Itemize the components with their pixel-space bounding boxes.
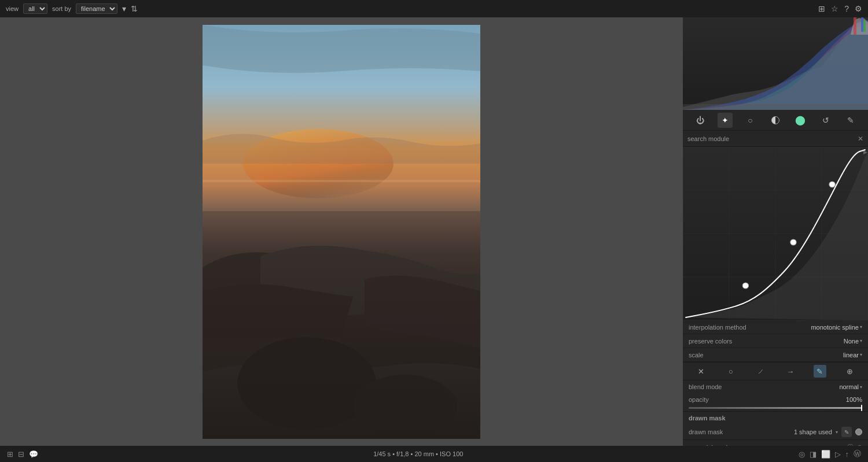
svg-point-3 bbox=[353, 375, 457, 438]
location-icon[interactable]: ◎ bbox=[799, 450, 805, 459]
statusbar-left: ⊞ ⊟ 💬 bbox=[7, 450, 38, 459]
blend-section: blend mode normal ▾ opacity 100% bbox=[683, 380, 868, 411]
preserve-colors-row: preserve colors None ▾ bbox=[683, 334, 868, 348]
half-circle-btn[interactable] bbox=[768, 113, 783, 128]
play-icon[interactable]: ▷ bbox=[835, 450, 841, 459]
mask-arrow-btn[interactable]: → bbox=[784, 365, 797, 378]
mask-more-btn[interactable]: ⊕ bbox=[843, 365, 856, 378]
histogram-area bbox=[683, 17, 868, 110]
layers-icon[interactable]: ⊞ bbox=[7, 450, 13, 459]
center-area bbox=[0, 17, 683, 446]
histogram-svg bbox=[683, 17, 868, 110]
image-container bbox=[203, 25, 480, 439]
power-btn[interactable]: ⏻ bbox=[693, 113, 708, 128]
drawn-mask-value-group: 1 shape used ▾ ✎ bbox=[794, 427, 862, 437]
interpolation-row: interpolation method monotonic spline ▾ bbox=[683, 320, 868, 334]
search-module-input[interactable]: search module bbox=[687, 135, 858, 142]
svg-rect-0 bbox=[203, 25, 480, 439]
tone-curve-svg bbox=[683, 147, 868, 320]
opacity-slider-thumb[interactable] bbox=[861, 405, 862, 411]
brush-btn[interactable]: ✎ bbox=[843, 113, 858, 128]
drawn-mask-row: drawn mask 1 shape used ▾ ✎ bbox=[683, 424, 868, 439]
mask-toolbar: ✕ ○ ⟋ → ✎ ⊕ bbox=[683, 362, 868, 380]
drawn-mask-arrow[interactable]: ▾ bbox=[836, 430, 838, 435]
mask-circle-btn[interactable]: ○ bbox=[724, 365, 737, 378]
settings-icon[interactable]: ⚙ bbox=[855, 4, 862, 13]
preserve-arrow: ▾ bbox=[860, 338, 862, 343]
statusbar-center: 1/45 s • f/1,8 • 20 mm • ISO 100 bbox=[373, 450, 463, 457]
sort-label: sort by bbox=[52, 5, 71, 12]
scroll-up-arrow[interactable]: ▶ bbox=[863, 149, 867, 155]
opacity-label: opacity bbox=[689, 396, 709, 403]
svg-rect-4 bbox=[203, 180, 480, 182]
chat-icon[interactable]: 💬 bbox=[29, 450, 38, 459]
view-label: view bbox=[6, 5, 19, 12]
search-module-row: search module ✕ bbox=[683, 131, 868, 147]
crop-icon[interactable]: ⬜ bbox=[821, 450, 830, 459]
help-icon[interactable]: ? bbox=[844, 4, 849, 13]
watermark-icon[interactable]: Ⓦ bbox=[854, 449, 861, 459]
export-icon[interactable]: ↑ bbox=[845, 450, 849, 459]
palette-icon[interactable]: ◨ bbox=[810, 450, 816, 459]
svg-rect-6 bbox=[861, 17, 863, 32]
drawn-mask-section: drawn mask drawn mask 1 shape used ▾ ✎ bbox=[683, 411, 868, 439]
preserve-colors-value[interactable]: None ▾ bbox=[844, 338, 862, 345]
svg-point-2 bbox=[237, 337, 376, 430]
interpolation-label: interpolation method bbox=[689, 324, 746, 331]
sort-select[interactable]: filename bbox=[76, 3, 117, 14]
curve-point-1 bbox=[742, 283, 748, 289]
curve-point-2 bbox=[790, 239, 796, 245]
curve-settings: interpolation method monotonic spline ▾ … bbox=[683, 320, 868, 362]
grid-icon[interactable]: ⊟ bbox=[18, 450, 24, 459]
mask-brush-active-btn[interactable]: ✎ bbox=[814, 365, 826, 378]
mask-pen-btn[interactable]: ⟋ bbox=[754, 365, 767, 378]
right-panel: ⏻ ✦ ○ ⬤ ↺ ✎ search module ✕ bbox=[683, 17, 868, 446]
drawn-mask-count: 1 shape used bbox=[794, 428, 832, 435]
color-circle-btn[interactable]: ⬤ bbox=[793, 113, 808, 128]
scale-row: scale linear ▾ bbox=[683, 348, 868, 362]
curve-scrollbar: ▶ bbox=[862, 147, 868, 320]
blend-mode-value[interactable]: normal ▾ bbox=[839, 383, 862, 390]
star-icon[interactable]: ☆ bbox=[831, 4, 838, 13]
svg-rect-7 bbox=[863, 20, 866, 32]
drawn-mask-edit-btn[interactable]: ✎ bbox=[841, 427, 852, 437]
rotate-btn[interactable]: ↺ bbox=[818, 113, 833, 128]
drawn-mask-label: drawn mask bbox=[689, 428, 723, 435]
topbar-left: view all sort by filename ▾ ⇅ bbox=[6, 3, 138, 14]
mask-x-btn[interactable]: ✕ bbox=[695, 365, 708, 378]
scale-label: scale bbox=[689, 352, 704, 358]
svg-rect-9 bbox=[683, 104, 868, 110]
main-area: ⏻ ✦ ○ ⬤ ↺ ✎ search module ✕ bbox=[0, 17, 868, 446]
statusbar-right: ◎ ◨ ⬜ ▷ ↑ Ⓦ bbox=[799, 449, 862, 459]
interpolation-arrow: ▾ bbox=[860, 324, 862, 330]
opacity-slider-track[interactable] bbox=[689, 407, 862, 409]
photo-canvas[interactable] bbox=[203, 25, 480, 439]
view-select[interactable]: all bbox=[23, 3, 47, 14]
opacity-value: 100% bbox=[846, 396, 862, 403]
half-circle-icon bbox=[771, 116, 779, 124]
statusbar: ⊞ ⊟ 💬 1/45 s • f/1,8 • 20 mm • ISO 100 ◎… bbox=[0, 446, 868, 462]
exposure-info: 1/45 s • f/1,8 • 20 mm • ISO 100 bbox=[373, 450, 463, 457]
opacity-slider-container bbox=[683, 406, 868, 411]
svg-rect-8 bbox=[854, 17, 856, 35]
module-order-row[interactable]: ▶ module order ⓘ ⊙ bbox=[683, 439, 868, 446]
scale-value[interactable]: linear ▾ bbox=[843, 352, 862, 358]
interpolation-value[interactable]: monotonic spline ▾ bbox=[811, 324, 862, 331]
tone-curve-area[interactable]: ▶ bbox=[683, 147, 868, 320]
module-toolbar: ⏻ ✦ ○ ⬤ ↺ ✎ bbox=[683, 110, 868, 131]
circle-btn[interactable]: ○ bbox=[743, 113, 758, 128]
sort-order-icon[interactable]: ⇅ bbox=[131, 4, 138, 13]
star-btn[interactable]: ✦ bbox=[718, 113, 733, 128]
scale-arrow: ▾ bbox=[860, 352, 862, 357]
preserve-colors-label: preserve colors bbox=[689, 338, 732, 345]
drawn-mask-circle-icon bbox=[855, 428, 862, 435]
blend-mode-row: blend mode normal ▾ bbox=[683, 380, 868, 393]
opacity-row: opacity 100% bbox=[683, 393, 868, 406]
topbar-right: ⊞ ☆ ? ⚙ bbox=[818, 4, 862, 13]
curve-point-3 bbox=[829, 182, 835, 187]
blend-mode-arrow: ▾ bbox=[860, 385, 862, 390]
drawn-mask-header: drawn mask bbox=[683, 412, 868, 424]
grid-view-icon[interactable]: ⊞ bbox=[818, 4, 825, 13]
sort-arrow-icon[interactable]: ▾ bbox=[122, 4, 126, 13]
search-clear-btn[interactable]: ✕ bbox=[858, 135, 863, 143]
